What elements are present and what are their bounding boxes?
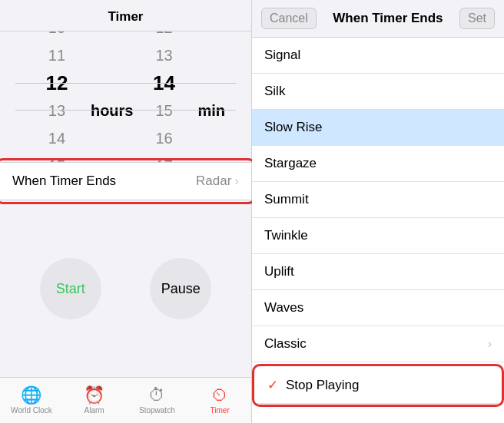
hours-column[interactable]: 10 11 12 13 14 15 (26, 31, 88, 162)
time-picker[interactable]: 10 11 12 13 14 15 hours 12 13 14 15 16 1… (0, 31, 251, 162)
timer-buttons: Start Pause (0, 200, 251, 377)
sound-label: Stop Playing (286, 378, 489, 393)
tab-stopwatch-label: Stopwatch (139, 406, 175, 415)
timer-main: 10 11 12 13 14 15 hours 12 13 14 15 16 1… (0, 31, 251, 377)
timer-icon: ⏲ (211, 387, 228, 404)
tab-bar: 🌐 World Clock ⏰ Alarm ⏱ Stopwatch ⏲ Time… (0, 377, 251, 423)
sound-item-summit[interactable]: Summit (252, 182, 504, 218)
start-button[interactable]: Start (40, 258, 101, 319)
right-header: Cancel When Timer Ends Set (252, 0, 504, 38)
sound-label: Slow Rise (264, 120, 492, 135)
when-timer-ends-panel: Cancel When Timer Ends Set Signal Silk S… (252, 0, 504, 423)
sound-label: Uplift (264, 264, 492, 279)
hours-item: 10 (48, 31, 65, 41)
minutes-item: 13 (155, 41, 172, 69)
sound-label: Twinkle (264, 228, 492, 243)
chevron-right-icon: › (234, 173, 239, 189)
alarm-icon: ⏰ (84, 387, 104, 404)
sound-label: Silk (264, 84, 492, 99)
minutes-item: 12 (155, 31, 172, 41)
sound-item-stargaze[interactable]: Stargaze (252, 146, 504, 182)
sound-label: Stargaze (264, 156, 492, 171)
sound-label: Signal (264, 48, 492, 63)
minutes-label: min (195, 97, 226, 124)
hours-item: 14 (48, 124, 65, 152)
sound-label: Summit (264, 192, 492, 207)
minutes-item: 15 (155, 97, 172, 124)
timer-panel: Timer 10 11 12 13 14 15 hours 12 13 (0, 0, 252, 423)
hours-item: 15 (48, 152, 65, 162)
sound-item-slow-rise[interactable]: Slow Rise (252, 110, 504, 146)
hours-label: hours (88, 97, 134, 124)
hours-item: 11 (48, 41, 65, 69)
tab-stopwatch[interactable]: ⏱ Stopwatch (126, 378, 189, 423)
sound-item-silk[interactable]: Silk (252, 74, 504, 110)
chevron-right-icon: › (488, 337, 492, 351)
sound-item-classic[interactable]: Classic › (252, 326, 504, 362)
stopwatch-icon: ⏱ (148, 387, 165, 404)
world-clock-icon: 🌐 (21, 387, 41, 404)
stop-playing-container: Stop Playing (255, 367, 501, 404)
tab-timer[interactable]: ⏲ Timer (188, 378, 251, 423)
sound-list: Signal Silk Slow Rise Stargaze Summit Tw… (252, 38, 504, 423)
tab-world-clock[interactable]: 🌐 World Clock (0, 378, 63, 423)
when-timer-value: Radar › (196, 173, 239, 189)
picker-columns: 10 11 12 13 14 15 hours 12 13 14 15 16 1… (8, 31, 244, 162)
pause-label: Pause (161, 281, 201, 297)
minutes-item: 16 (155, 124, 172, 152)
timer-title: Timer (0, 0, 251, 31)
tab-alarm[interactable]: ⏰ Alarm (63, 378, 126, 423)
sound-item-twinkle[interactable]: Twinkle (252, 218, 504, 254)
pause-button[interactable]: Pause (150, 258, 211, 319)
when-timer-current: Radar (196, 173, 231, 189)
minutes-item: 17 (155, 152, 172, 162)
tab-timer-label: Timer (211, 406, 230, 415)
hours-item: 13 (48, 97, 65, 124)
sound-item-uplift[interactable]: Uplift (252, 254, 504, 290)
cancel-button[interactable]: Cancel (261, 8, 317, 29)
start-label: Start (56, 281, 85, 297)
when-timer-label: When Timer Ends (12, 173, 116, 189)
sound-item-waves[interactable]: Waves (252, 290, 504, 326)
sound-label: Waves (264, 300, 492, 316)
when-timer-row[interactable]: When Timer Ends Radar › (0, 162, 251, 200)
tab-alarm-label: Alarm (85, 406, 104, 415)
tab-world-clock-label: World Clock (11, 406, 52, 415)
minutes-selected: 14 (153, 69, 175, 97)
right-panel-title: When Timer Ends (333, 11, 443, 26)
sound-label: Classic (264, 336, 488, 352)
minutes-column[interactable]: 12 13 14 15 16 17 (134, 31, 195, 162)
hours-selected: 12 (45, 69, 68, 97)
sound-item-signal[interactable]: Signal (252, 38, 504, 74)
set-button[interactable]: Set (459, 8, 495, 29)
sound-item-stop-playing[interactable]: Stop Playing (255, 367, 501, 404)
